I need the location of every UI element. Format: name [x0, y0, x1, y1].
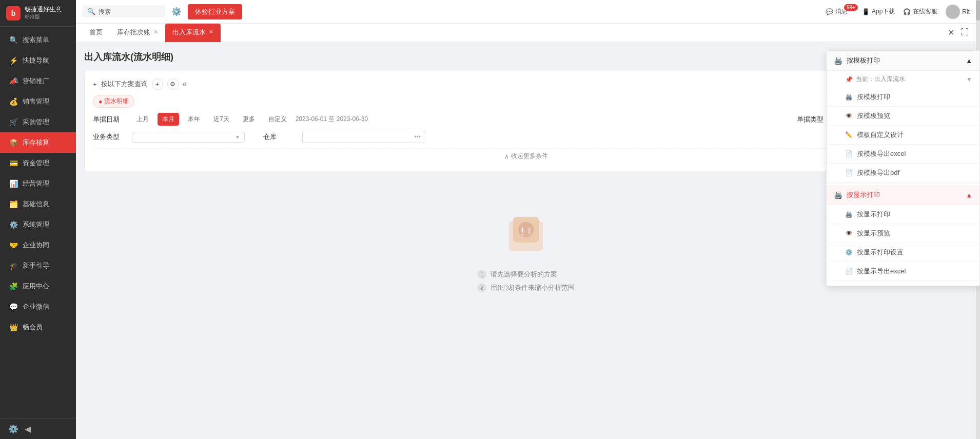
business-type-select[interactable]: ▼: [132, 132, 245, 143]
sidebar-item-marketing[interactable]: 📣 营销推广: [0, 71, 76, 91]
dropdown-item-display-pdf[interactable]: 📄 按显示导出pdf: [827, 281, 979, 286]
dropdown-item-display-preview[interactable]: 👁️ 按显示预览: [827, 224, 979, 243]
current-label-text: 当前：出入库流水: [856, 75, 905, 84]
display-section-arrow[interactable]: ▲: [966, 191, 972, 199]
service-icon: 🎧: [903, 8, 911, 15]
filter-tag-flow[interactable]: ● 流水明细: [93, 95, 134, 108]
sidebar-item-purchase[interactable]: 🛒 采购管理: [0, 112, 76, 132]
topbar-search[interactable]: 🔍: [82, 6, 165, 17]
tab-batch-close[interactable]: ✕: [153, 29, 158, 35]
appstore-nav-label: 应用中心: [23, 282, 49, 291]
display-print-label: 按显示打印: [857, 210, 890, 219]
sidebar-item-basic[interactable]: 🗂️ 基础信息: [0, 194, 76, 214]
sidebar-item-search[interactable]: 🔍 搜索菜单: [0, 30, 76, 50]
purchase-nav-icon: 🛒: [8, 117, 18, 127]
tab-batch-account[interactable]: 库存批次账 ✕: [110, 24, 165, 42]
trial-button[interactable]: 体验行业方案: [188, 4, 242, 19]
dropdown-item-display-settings[interactable]: ⚙️ 按显示打印设置: [827, 243, 979, 262]
sidebar-item-wechat[interactable]: 💬 企业微信: [0, 296, 76, 317]
collapse-sidebar-icon[interactable]: ◀: [25, 424, 31, 434]
app-download-button[interactable]: 📱 App下载: [862, 7, 895, 16]
template-preview-icon: 👁️: [845, 112, 853, 119]
date-btn-last-month[interactable]: 上月: [132, 113, 153, 126]
avatar-image: [946, 5, 960, 19]
system-nav-label: 系统管理: [23, 220, 49, 229]
sidebar-item-operations[interactable]: 📊 经营管理: [0, 173, 76, 194]
dropdown-print-template-header[interactable]: 🖨️ 按模板打印 ▲: [827, 51, 979, 71]
sidebar-item-appstore[interactable]: 🧩 应用中心: [0, 276, 76, 296]
sidebar-item-finance[interactable]: 💳 资金管理: [0, 153, 76, 173]
date-btn-year[interactable]: 本年: [183, 113, 205, 126]
tab-inventory-flow[interactable]: 出入库流水 ✕: [165, 24, 221, 42]
current-label-arrow[interactable]: ▼: [966, 76, 972, 83]
inventory-nav-icon: 📦: [8, 137, 18, 148]
print-dropdown-panel: 🖨️ 按模板打印 ▲ 📌 当前：出入库流水 ▼ 🖨️ 按模板打印 👁️ 按模板预…: [826, 50, 980, 286]
topbar: 🔍 ⚙️ 体验行业方案 💬 消息 99+ 📱 App下载 🎧 在线客服 Rit: [76, 0, 976, 24]
dropdown-item-template-preview[interactable]: 👁️ 按模板预览: [827, 107, 979, 126]
online-service-button[interactable]: 🎧 在线客服: [903, 7, 937, 16]
message-button[interactable]: 💬 消息 99+: [826, 7, 854, 16]
app-name: 畅捷通好生意: [25, 6, 62, 14]
sidebar-item-enterprise[interactable]: 🤝 企业协同: [0, 235, 76, 255]
right-scrollbar-thumb[interactable]: [976, 0, 980, 21]
sidebar-item-guide[interactable]: 🎓 新手引导: [0, 255, 76, 276]
tab-expand-icon[interactable]: ⛶: [959, 27, 970, 38]
tabs-right-controls: ✕ ⛶: [947, 27, 970, 38]
search-input[interactable]: [99, 8, 160, 15]
sidebar-item-system[interactable]: ⚙️ 系统管理: [0, 214, 76, 235]
tab-flow-close[interactable]: ✕: [209, 29, 213, 35]
purchase-nav-label: 采购管理: [23, 117, 49, 127]
user-avatar[interactable]: Rit: [946, 5, 970, 19]
filter-add-button[interactable]: +: [152, 78, 163, 90]
operations-nav-label: 经营管理: [23, 179, 49, 188]
empty-step-1: 1 请先选择要分析的方案: [477, 268, 574, 281]
dropdown-item-template-print[interactable]: 🖨️ 按模板打印: [827, 88, 979, 107]
dropdown-display-print-header[interactable]: 🖨️ 按显示打印 ▲: [827, 185, 979, 205]
guide-nav-label: 新手引导: [23, 261, 49, 270]
display-print-icon: 🖨️: [845, 211, 853, 218]
dropdown-collapse-arrow[interactable]: ▲: [966, 57, 972, 65]
tab-home[interactable]: 首页: [82, 24, 110, 42]
dropdown-item-template-custom[interactable]: ✏️ 模板自定义设计: [827, 126, 979, 145]
dropdown-item-template-pdf[interactable]: 📄 按模板导出pdf: [827, 164, 979, 183]
search-nav-icon: 🔍: [8, 35, 18, 45]
dropdown-item-template-excel[interactable]: 📄 按模板导出excel: [827, 145, 979, 164]
business-type-arrow-icon: ▼: [235, 134, 240, 140]
enterprise-nav-label: 企业协同: [23, 241, 49, 250]
date-btn-current-month[interactable]: 本月: [158, 113, 179, 126]
empty-steps-list: 1 请先选择要分析的方案 2 用[过滤]条件来缩小分析范围: [477, 268, 574, 294]
sidebar-item-inventory[interactable]: 📦 库存核算: [0, 132, 76, 153]
logo-icon: b: [6, 6, 21, 21]
date-btn-7days[interactable]: 近7天: [209, 113, 234, 126]
template-print-label: 按模板打印: [857, 92, 890, 102]
sidebar-item-quick-nav[interactable]: ⚡ 快捷导航: [0, 50, 76, 71]
business-type-label: 业务类型: [93, 132, 124, 142]
display-preview-label: 按显示预览: [857, 229, 890, 238]
sidebar-item-sales[interactable]: 💰 销售管理: [0, 91, 76, 112]
svg-rect-3: [522, 228, 523, 233]
dropdown-item-display-excel[interactable]: 📄 按显示导出excel: [827, 262, 979, 281]
template-preview-label: 按模板预览: [857, 111, 890, 121]
template-custom-icon: ✏️: [845, 131, 853, 138]
filter-title: +: [93, 81, 97, 88]
filter-settings-button[interactable]: ⚙: [167, 78, 179, 90]
dropdown-item-display-print[interactable]: 🖨️ 按显示打印: [827, 205, 979, 224]
filter-collapse-button[interactable]: «: [183, 79, 187, 89]
warehouse-select[interactable]: •••: [302, 131, 425, 143]
date-btn-custom[interactable]: 自定义: [264, 113, 291, 126]
settings-gear-icon[interactable]: ⚙️: [169, 5, 184, 18]
date-btn-more[interactable]: 更多: [238, 113, 260, 126]
tab-home-label: 首页: [89, 28, 103, 37]
settings-icon[interactable]: ⚙️: [8, 424, 18, 434]
message-badge: 99+: [844, 4, 858, 11]
wechat-nav-icon: 💬: [8, 302, 18, 312]
svg-rect-4: [522, 234, 523, 235]
wechat-nav-label: 企业微信: [23, 302, 49, 311]
sidebar-item-member[interactable]: 👑 畅会员: [0, 317, 76, 337]
tab-close-all-icon[interactable]: ✕: [947, 27, 955, 38]
basic-nav-icon: 🗂️: [8, 199, 18, 209]
warehouse-label: 仓库: [263, 132, 294, 142]
member-nav-label: 畅会员: [23, 323, 43, 332]
current-label-icon: 📌: [845, 76, 853, 83]
dropdown-current-label: 📌 当前：出入库流水 ▼: [827, 71, 979, 88]
